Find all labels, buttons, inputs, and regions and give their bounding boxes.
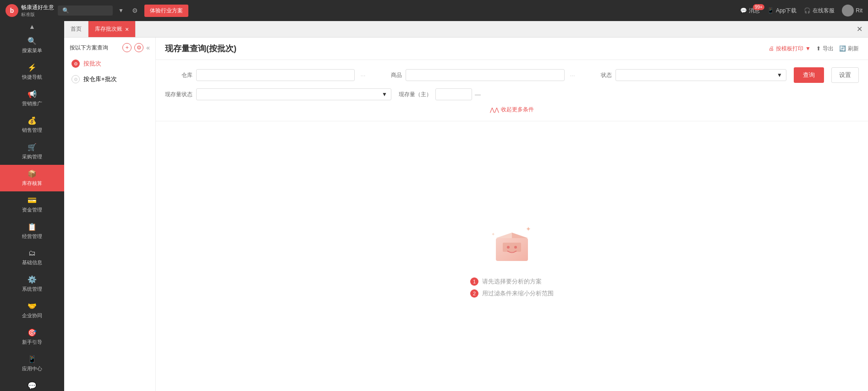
panel-title: 按以下方案查询 xyxy=(70,44,108,52)
sidebar-item-operation[interactable]: 📋 经营管理 xyxy=(0,218,64,244)
svg-point-5 xyxy=(514,246,517,249)
tab-bar: 首页 库存批次账 × ✕ xyxy=(64,21,868,38)
empty-hint-2: 2 用过滤条件来缩小分析范围 xyxy=(470,289,554,298)
sidebar-scroll-up[interactable]: ▲ xyxy=(0,21,64,32)
online-service-label: 在线客服 xyxy=(813,7,835,15)
notification-area[interactable]: 💬 消息 99+ xyxy=(740,7,760,15)
sidebar-item-purchase[interactable]: 🛒 采购管理 xyxy=(0,138,64,165)
tab-home[interactable]: 首页 xyxy=(64,21,88,37)
panel-collapse-btn[interactable]: « xyxy=(146,43,150,52)
filter-row-2: 现存量状态 ▼ 现存量（主） — xyxy=(165,88,859,100)
header-left: b 畅康通好生意 标准版 🔍 ▼ ⚙ 体验行业方案 xyxy=(5,4,740,18)
enterprise-icon: 🤝 xyxy=(27,302,37,310)
sidebar-label: 快捷导航 xyxy=(22,74,42,81)
plan-label: 按批次 xyxy=(83,60,101,68)
sidebar-label: 基础信息 xyxy=(22,259,42,266)
user-area[interactable]: Rit xyxy=(842,5,863,16)
filter-settings-btn[interactable]: 设置 xyxy=(831,67,859,83)
wechat-icon: 💬 xyxy=(27,381,37,390)
sidebar-item-basic[interactable]: 🗂 基础信息 xyxy=(0,244,64,271)
panel-header: 按以下方案查询 + ⚙ « xyxy=(64,43,155,56)
status-select[interactable]: ▼ xyxy=(615,69,786,81)
finance-icon: 💳 xyxy=(27,196,37,205)
tab-area-close-btn[interactable]: ✕ xyxy=(857,25,863,33)
export-btn[interactable]: ⬆ 导出 xyxy=(816,45,834,53)
trial-btn[interactable]: 体验行业方案 xyxy=(144,5,188,17)
title-actions: 🖨 按模板打印 ▼ ⬆ 导出 🔄 刷新 xyxy=(769,45,859,53)
svg-marker-1 xyxy=(496,233,512,238)
search-dropdown-btn[interactable]: ▼ xyxy=(116,6,126,15)
print-template-btn[interactable]: 🖨 按模板打印 ▼ xyxy=(769,45,811,53)
sidebar-item-finance[interactable]: 💳 资金管理 xyxy=(0,191,64,218)
inventory-qty-label: 现存量（主） xyxy=(399,91,432,98)
hint-text-2: 用过滤条件来缩小分析范围 xyxy=(482,289,554,298)
plan-item-by-warehouse-batch[interactable]: ⚙ 按仓库+批次 xyxy=(64,71,155,87)
print-label: 按模板打印 xyxy=(776,45,803,53)
inventory-status-select[interactable]: ▼ xyxy=(196,88,391,100)
sidebar-item-enterprise[interactable]: 🤝 企业协同 xyxy=(0,297,64,324)
warehouse-dots[interactable]: ··· xyxy=(358,72,367,79)
sidebar-label: 营销推广 xyxy=(22,100,42,107)
basic-icon: 🗂 xyxy=(28,249,36,257)
sidebar-item-search-menu[interactable]: 🔍 搜索菜单 xyxy=(0,32,64,59)
settings-gear-btn[interactable]: ⚙ xyxy=(129,6,141,15)
purchase-icon: 🛒 xyxy=(27,143,37,152)
main-layout: ▲ 🔍 搜索菜单 ⚡ 快捷导航 📢 营销推广 💰 销售管理 🛒 采购管理 📦 库… xyxy=(0,21,868,391)
refresh-btn[interactable]: 🔄 刷新 xyxy=(839,45,859,53)
svg-point-4 xyxy=(507,246,510,249)
plan-label: 按仓库+批次 xyxy=(83,75,117,83)
page-title-bar: 现存量查询(按批次) 🖨 按模板打印 ▼ ⬆ 导出 🔄 xyxy=(156,38,868,60)
inventory-qty-range: — xyxy=(435,88,625,100)
plan-item-by-batch[interactable]: ⚙ 按批次 xyxy=(64,56,155,71)
app-download-area[interactable]: 📱 App下载 xyxy=(767,7,797,15)
export-label: 导出 xyxy=(823,45,834,53)
hint-text-1: 请先选择要分析的方案 xyxy=(482,277,542,286)
svg-marker-2 xyxy=(512,233,528,238)
app-version: 标准版 xyxy=(21,11,54,18)
panel-actions: + ⚙ « xyxy=(122,43,150,52)
header-right: 💬 消息 99+ 📱 App下载 🎧 在线客服 Rit xyxy=(740,5,863,16)
sidebar-item-sales[interactable]: 💰 销售管理 xyxy=(0,112,64,138)
phone-icon: 📱 xyxy=(767,7,774,14)
product-dots[interactable]: ··· xyxy=(568,72,577,79)
tab-close-btn[interactable]: × xyxy=(125,26,129,33)
empty-icon-wrapper: ✦ ✦ xyxy=(484,215,539,270)
qty-dash: — xyxy=(475,91,481,98)
headset-icon: 🎧 xyxy=(804,7,811,14)
sidebar-item-inventory[interactable]: 📦 库存核算 xyxy=(0,165,64,191)
query-btn[interactable]: 查询 xyxy=(794,67,824,83)
sidebar-item-quick-nav[interactable]: ⚡ 快捷导航 xyxy=(0,59,64,85)
sidebar-item-system[interactable]: ⚙️ 系统管理 xyxy=(0,271,64,297)
sidebar-label: 经营管理 xyxy=(22,233,42,240)
tab-batch-account[interactable]: 库存批次账 × xyxy=(88,21,136,37)
sales-icon: 💰 xyxy=(27,116,37,125)
marketing-icon: 📢 xyxy=(27,90,37,98)
sidebar-item-marketing[interactable]: 📢 营销推广 xyxy=(0,85,64,112)
search-bar[interactable]: 🔍 xyxy=(58,5,113,16)
qty-min-input[interactable] xyxy=(435,88,472,100)
hint-num-1: 1 xyxy=(470,277,478,286)
tab-home-label: 首页 xyxy=(71,25,82,33)
warehouse-input[interactable] xyxy=(196,69,355,81)
system-icon: ⚙️ xyxy=(27,275,37,284)
sidebar-item-app-center[interactable]: 📱 应用中心 xyxy=(0,350,64,377)
refresh-icon: 🔄 xyxy=(839,45,846,52)
product-input[interactable] xyxy=(406,69,564,81)
sidebar-label: 搜索菜单 xyxy=(22,47,42,54)
sidebar-item-newbie[interactable]: 🎯 新手引导 xyxy=(0,324,64,350)
notification-badge-count: 99+ xyxy=(753,4,764,10)
page-title: 现存量查询(按批次) xyxy=(165,43,236,54)
app-download-label: App下载 xyxy=(776,7,797,15)
filter-status: 状态 ▼ xyxy=(584,69,786,81)
sidebar-item-enterprise-wx[interactable]: 💬 企业微信 xyxy=(0,377,64,391)
empty-state: ✦ ✦ 1 请先选择要分析的方案 2 用过滤条件来缩小分析范围 xyxy=(156,121,868,391)
search-icon: 🔍 xyxy=(27,37,37,45)
panel-add-btn[interactable]: + xyxy=(122,43,132,52)
panel-gear-btn[interactable]: ⚙ xyxy=(134,43,143,52)
inventory-status-arrow-icon: ▼ xyxy=(382,91,387,98)
online-service-area[interactable]: 🎧 在线客服 xyxy=(804,7,835,15)
empty-hints: 1 请先选择要分析的方案 2 用过滤条件来缩小分析范围 xyxy=(470,277,554,298)
top-header: b 畅康通好生意 标准版 🔍 ▼ ⚙ 体验行业方案 💬 消息 99+ 📱 App… xyxy=(0,0,868,21)
collapse-filter-btn[interactable]: ⋀⋀ 收起更多条件 xyxy=(490,106,534,114)
search-icon: 🔍 xyxy=(62,7,69,14)
